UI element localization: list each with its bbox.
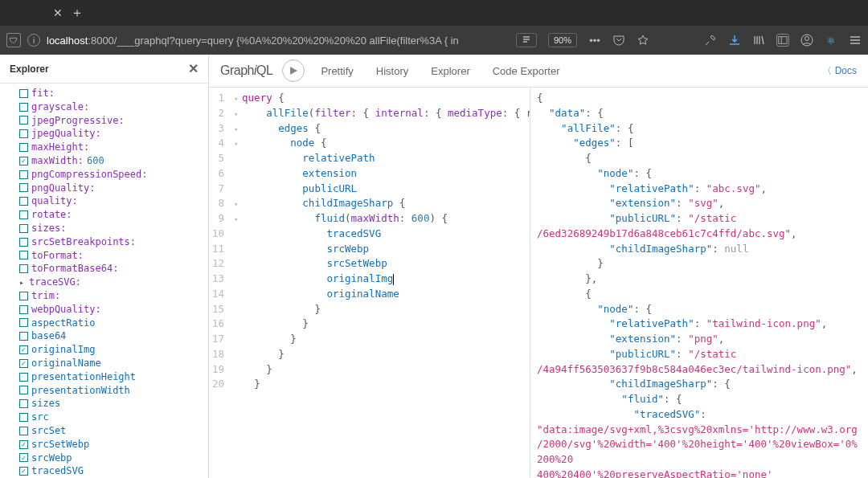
site-info-icon[interactable]: i [27, 34, 40, 47]
explorer-item-pngCompressionSpeed[interactable]: pngCompressionSpeed [18, 168, 208, 182]
new-tab-icon[interactable]: ＋ [68, 0, 87, 26]
download-icon[interactable] [728, 34, 741, 47]
explorer-body: fitgrayscalejpegProgressivejpegQualityma… [0, 84, 208, 478]
explorer-item-pngQuality[interactable]: pngQuality [18, 182, 208, 195]
explorer-item-webpQuality[interactable]: webpQuality [18, 303, 208, 317]
explorer-item-jpegProgressive[interactable]: jpegProgressive [18, 114, 208, 128]
explorer-item-presentationWidth[interactable]: presentationWidth [18, 384, 208, 398]
explorer-item-srcWebp[interactable]: ✓srcWebp [18, 451, 208, 465]
explorer-item-fit[interactable]: fit [18, 87, 208, 100]
result-viewer[interactable]: { "data": { "allFile": { "edges": [ { "n… [530, 88, 868, 478]
account-icon[interactable] [800, 34, 813, 47]
graphiql-logo: GraphiQL [220, 63, 272, 78]
url-path: /___graphql?query=query {%0A%20%20%20%20… [114, 35, 459, 47]
sidebar-toggle-icon[interactable] [776, 34, 789, 47]
tracking-shield-icon[interactable]: 🛡 [6, 33, 21, 47]
history-button[interactable]: History [370, 62, 415, 80]
explorer-item-originalName[interactable]: ✓originalName [18, 357, 208, 370]
url-text[interactable]: localhost:8000/___graphql?query=query {%… [47, 35, 506, 47]
explorer-item-srcSetWebp[interactable]: ✓srcSetWebp [18, 438, 208, 451]
explorer-item-maxHeight[interactable]: maxHeight [18, 141, 208, 154]
code-exporter-button[interactable]: Code Exporter [486, 62, 567, 80]
explorer-item-src[interactable]: src [18, 411, 208, 424]
explorer-panel: Explorer ✕ fitgrayscalejpegProgressivejp… [0, 55, 209, 478]
query-editor[interactable]: 1234567891011121314151617181920 ▾query {… [209, 88, 530, 478]
bookmark-star-icon[interactable] [637, 34, 649, 47]
menu-icon[interactable] [849, 34, 862, 47]
explorer-item-quality[interactable]: quality [18, 194, 208, 208]
execute-button[interactable] [282, 59, 305, 82]
explorer-item-jpegQuality[interactable]: jpegQuality [18, 127, 208, 141]
explorer-item-srcSet[interactable]: srcSet [18, 424, 208, 438]
zoom-badge[interactable]: 90% [548, 33, 577, 47]
explorer-title: Explorer [10, 63, 49, 75]
close-icon[interactable]: ✕ [188, 61, 199, 76]
close-tab-icon[interactable]: ✕ [48, 0, 68, 26]
active-tab[interactable] [0, 0, 48, 26]
explorer-item-traceSVG[interactable]: ▸traceSVG [18, 276, 208, 289]
docs-button[interactable]: 〈Docs [822, 64, 857, 78]
explorer-button[interactable]: Explorer [424, 62, 476, 80]
explorer-item-aspectRatio[interactable]: aspectRatio [18, 317, 208, 330]
url-bar: 🛡 i localhost:8000/___graphql?query=quer… [0, 26, 868, 55]
explorer-header: Explorer ✕ [0, 55, 208, 84]
url-port: :8000 [88, 35, 114, 47]
svg-point-2 [805, 37, 809, 41]
prettify-button[interactable]: Prettify [314, 62, 359, 80]
graphiql-toolbar: GraphiQL Prettify History Explorer Code … [209, 55, 868, 88]
explorer-item-sizes[interactable]: sizes [18, 397, 208, 411]
explorer-item-trim[interactable]: trim [18, 289, 208, 303]
reader-badge[interactable] [516, 33, 537, 47]
react-devtools-icon[interactable]: ⚛ [825, 34, 837, 47]
explorer-item-base64[interactable]: base64 [18, 329, 208, 343]
explorer-item-tracedSVG[interactable]: ✓tracedSVG [18, 464, 208, 478]
tab-strip: ✕ ＋ [0, 0, 868, 26]
pocket-icon[interactable] [612, 34, 625, 47]
explorer-item-toFormatBase64[interactable]: toFormatBase64 [18, 262, 208, 276]
explorer-item-sizes[interactable]: sizes [18, 222, 208, 235]
graphiql-panel: GraphiQL Prettify History Explorer Code … [209, 55, 868, 478]
svg-rect-0 [779, 37, 787, 44]
explorer-item-presentationHeight[interactable]: presentationHeight [18, 370, 208, 384]
explorer-item-srcSetBreakpoints[interactable]: srcSetBreakpoints [18, 235, 208, 249]
explorer-item-originalImg[interactable]: ✓originalImg [18, 343, 208, 357]
explorer-item-maxWidth[interactable]: ✓maxWidth600 [18, 154, 208, 168]
devtools-icon[interactable] [704, 34, 717, 47]
explorer-item-grayscale[interactable]: grayscale [18, 100, 208, 114]
explorer-item-toFormat[interactable]: toFormat [18, 249, 208, 263]
page-actions-icon[interactable]: ••• [588, 34, 601, 47]
url-host: localhost [47, 35, 88, 47]
library-icon[interactable] [752, 34, 765, 47]
explorer-item-rotate[interactable]: rotate [18, 208, 208, 222]
